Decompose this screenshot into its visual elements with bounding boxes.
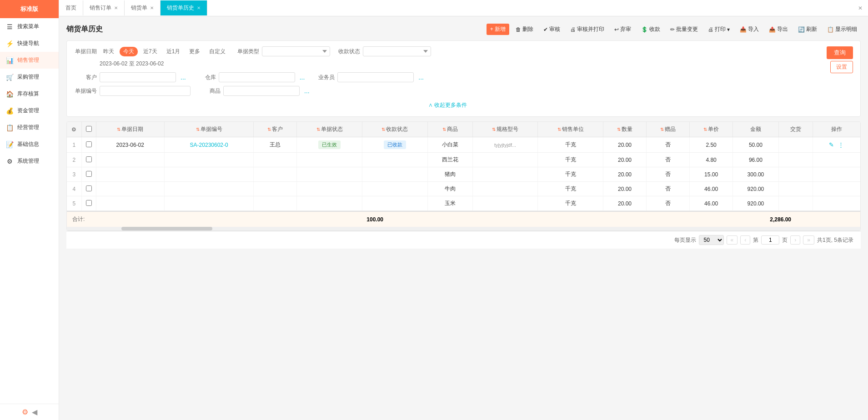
collapse-filter-btn[interactable]: ∧ 收起更多条件 <box>74 100 821 111</box>
first-page-btn[interactable]: « <box>727 235 738 245</box>
row-checkbox[interactable] <box>86 141 92 147</box>
pagination-bar: 每页显示 50 20 100 « ‹ 第 页 › » 共1页, 5条记录 <box>66 231 861 249</box>
row-checkbox[interactable] <box>86 200 92 206</box>
filter-salesperson: 业务员 ... <box>312 72 424 82</box>
date-chip-7days[interactable]: 近7天 <box>140 47 161 56</box>
sidebar-settings-icon[interactable]: ⚙ <box>22 408 28 416</box>
export-button[interactable]: 📤 导出 <box>765 24 792 35</box>
cell-checkbox[interactable] <box>81 196 96 211</box>
th-unit-price[interactable]: ⇅单价 <box>690 122 733 137</box>
import-button[interactable]: 📥 导入 <box>736 24 763 35</box>
table-footer: 合计: 100.00 2,286.00 <box>67 211 860 227</box>
cell-checkbox[interactable] <box>81 167 96 182</box>
tab-sales-delivery-close[interactable]: ✕ <box>150 5 154 10</box>
sidebar-item-quick-nav[interactable]: ⚡ 快捷导航 <box>0 35 59 52</box>
tab-sales-order[interactable]: 销售订单 ✕ <box>83 0 125 15</box>
th-settings[interactable]: ⚙ <box>67 122 81 137</box>
tab-sales-order-close[interactable]: ✕ <box>114 5 118 10</box>
select-all-checkbox[interactable] <box>86 126 92 132</box>
doc-number-link[interactable]: SA-20230602-0 <box>190 142 228 148</box>
th-doc-status[interactable]: ⇅单据状态 <box>297 122 362 137</box>
goods-input[interactable] <box>223 86 300 96</box>
show-details-button[interactable]: 📋 显示明细 <box>823 24 861 35</box>
tab-sales-history-close[interactable]: ✕ <box>197 5 201 10</box>
review-button[interactable]: ✔ 审核 <box>540 24 564 35</box>
collapse-icon: ∧ <box>428 102 433 108</box>
sidebar-item-system-mgmt[interactable]: ⚙ 系统管理 <box>0 153 59 170</box>
th-gift[interactable]: ⇅赠品 <box>647 122 690 137</box>
print-button[interactable]: 🖨 打印 ▾ <box>704 24 733 35</box>
salesperson-input[interactable] <box>337 72 414 82</box>
abandon-button[interactable]: ↩ 弃审 <box>611 24 635 35</box>
more-action-btn[interactable]: ⋮ <box>837 141 845 148</box>
date-chip-more[interactable]: 更多 <box>186 47 204 56</box>
row-checkbox[interactable] <box>86 156 92 162</box>
cell-checkbox[interactable] <box>81 153 96 167</box>
query-button[interactable]: 查询 <box>827 46 853 59</box>
goods-ellipsis[interactable]: ... <box>304 87 310 95</box>
last-page-btn[interactable]: » <box>803 235 814 245</box>
cell-unit-price: 46.00 <box>690 182 733 196</box>
th-qty[interactable]: ⇅数量 <box>603 122 646 137</box>
tab-sales-history[interactable]: 销货单历史 ✕ <box>161 0 207 15</box>
date-chip-today[interactable]: 今天 <box>120 47 138 56</box>
horizontal-scrollbar[interactable] <box>67 227 860 230</box>
setting-button[interactable]: 设置 <box>830 61 853 73</box>
sidebar-item-inventory[interactable]: 🏠 库存核算 <box>0 85 59 102</box>
cell-doc-number[interactable]: SA-20230602-0 <box>164 137 253 153</box>
cell-checkbox[interactable] <box>81 182 96 196</box>
doc-number-input[interactable] <box>100 86 191 96</box>
th-actions: 操作 <box>813 122 860 137</box>
add-button[interactable]: + 新增 <box>487 24 509 35</box>
next-page-btn[interactable]: › <box>790 235 800 245</box>
sidebar-item-sales-mgmt[interactable]: 📊 销售管理 <box>0 52 59 69</box>
scrollbar-thumb[interactable] <box>121 227 212 230</box>
doc-type-select[interactable] <box>262 46 330 56</box>
edit-action-btn[interactable]: ✎ <box>828 141 835 148</box>
th-unit[interactable]: ⇅销售单位 <box>538 122 603 137</box>
salesperson-ellipsis[interactable]: ... <box>418 74 424 81</box>
date-chip-1month[interactable]: 近1月 <box>163 47 184 56</box>
prev-page-btn[interactable]: ‹ <box>740 235 750 245</box>
abandon-icon: ↩ <box>614 26 619 33</box>
customer-ellipsis[interactable]: ... <box>181 74 186 81</box>
batch-change-button[interactable]: ✏ 批量变更 <box>667 24 702 35</box>
row-checkbox[interactable] <box>86 185 92 191</box>
th-customer[interactable]: ⇅客户 <box>254 122 297 137</box>
payment-status-select[interactable] <box>363 46 431 56</box>
settings-gear-icon[interactable]: ⚙ <box>71 126 76 133</box>
cell-checkbox[interactable] <box>81 137 96 153</box>
customer-input[interactable] <box>100 72 176 82</box>
th-doc-number[interactable]: ⇅单据编号 <box>164 122 253 137</box>
sidebar-item-basic-info[interactable]: 📝 基础信息 <box>0 136 59 153</box>
sidebar-item-finance[interactable]: 💰 资金管理 <box>0 102 59 119</box>
delete-button[interactable]: 🗑 删除 <box>512 24 537 35</box>
sidebar-item-operations[interactable]: 📋 经营管理 <box>0 119 59 136</box>
page-number-input[interactable] <box>761 235 779 245</box>
sidebar-item-search-menu[interactable]: ☰ 搜索菜单 <box>0 18 59 35</box>
cell-actions <box>813 153 860 167</box>
tab-sales-delivery[interactable]: 销货单 ✕ <box>125 0 161 15</box>
sidebar-item-purchase-mgmt[interactable]: 🛒 采购管理 <box>0 69 59 85</box>
th-payment-status[interactable]: ⇅收款状态 <box>362 122 428 137</box>
table-row: 5玉米千克20.00否46.00920.00 <box>67 196 860 211</box>
warehouse-ellipsis[interactable]: ... <box>300 74 305 81</box>
cell-transaction <box>778 196 813 211</box>
review-print-button[interactable]: 🖨 审核并打印 <box>567 24 608 35</box>
cell-amount: 50.00 <box>733 137 779 153</box>
tab-home[interactable]: 首页 <box>59 0 83 15</box>
row-checkbox[interactable] <box>86 171 92 177</box>
th-spec[interactable]: ⇅规格型号 <box>472 122 538 137</box>
cell-transaction <box>778 137 813 153</box>
sidebar-collapse-icon[interactable]: ◀ <box>32 408 37 416</box>
date-chip-custom[interactable]: 自定义 <box>206 47 229 56</box>
per-page-select[interactable]: 50 20 100 <box>699 235 724 245</box>
collect-button[interactable]: 💲 收款 <box>637 24 664 35</box>
close-all-tabs[interactable]: ✕ <box>853 1 868 15</box>
salesperson-label: 业务员 <box>312 74 335 81</box>
warehouse-input[interactable] <box>219 72 295 82</box>
date-chip-yesterday[interactable]: 昨天 <box>100 47 118 56</box>
refresh-button[interactable]: 🔄 刷新 <box>794 24 821 35</box>
th-doc-date[interactable]: ⇅单据日期 <box>96 122 164 137</box>
th-goods[interactable]: ⇅商品 <box>427 122 472 137</box>
